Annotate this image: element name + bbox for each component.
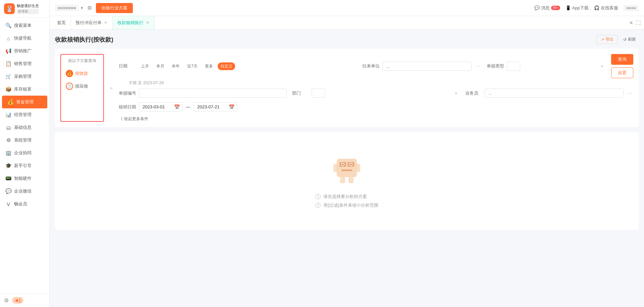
date-tag-7days[interactable]: 近7天	[184, 62, 200, 70]
sidebar-item-label-guide: 新手引导	[14, 163, 32, 169]
sidebar-item-marketing[interactable]: 📢 营销推广	[0, 45, 49, 57]
filter-option-by-receipt[interactable]: 💰 按收款	[64, 67, 101, 80]
sidebar-item-inventory[interactable]: 📦 库存核算	[0, 83, 49, 96]
tab-prepay-close-icon[interactable]: ✕	[104, 20, 108, 25]
sidebar-item-label-system: 系统管理	[14, 137, 32, 143]
date-tag-this-year[interactable]: 本年	[169, 62, 182, 70]
message-label: 消息	[541, 5, 550, 11]
sidebar-item-search[interactable]: 🔍 搜索菜单	[0, 19, 49, 32]
home-icon: ⌂	[5, 36, 11, 41]
refresh-button[interactable]: ↺ 刷新	[621, 35, 639, 44]
settings-gear-button[interactable]: ⚙	[87, 5, 92, 11]
online-service-button[interactable]: 🎧 在线客服	[594, 5, 618, 11]
empty-tip-2-text: 用[过滤]条件来缩小分析范围	[323, 201, 378, 210]
svg-rect-6	[340, 177, 345, 183]
tab-prepay-label: 预付冲应付单	[75, 20, 102, 26]
doc-number-input[interactable]	[139, 89, 287, 98]
bottom-settings-icon[interactable]: ⚙	[4, 297, 9, 304]
mobile-icon: 📱	[566, 5, 571, 10]
sidebar-item-label-sales: 销售管理	[14, 61, 32, 67]
filter-option-by-receivable[interactable]: 🕐 按应收	[64, 80, 101, 93]
tab-receipt-write-off-close-icon[interactable]: ✕	[146, 20, 150, 25]
counterparty-input[interactable]	[382, 62, 472, 71]
calendar-end-icon[interactable]: 📅	[229, 104, 234, 110]
write-off-date-field: 核销日期 📅 — 📅	[119, 102, 633, 111]
page-title: 收款核销执行(按收款)	[55, 36, 113, 44]
tab-close-button[interactable]: ✕	[629, 20, 633, 25]
sidebar-item-purchase[interactable]: 🛒 采购管理	[0, 70, 49, 83]
sidebar-item-hardware[interactable]: 📟 智能硬件	[0, 172, 49, 185]
filter-row-2: 单据编号 部门 业务员 ···	[119, 89, 633, 98]
filter-row-3: 核销日期 📅 — 📅	[119, 102, 633, 111]
filter-collapse-arrow[interactable]: »	[108, 54, 115, 122]
sidebar-nav: 🔍 搜索菜单 ⌂ 快捷导航 📢 营销推广 📋 销售管理 🛒 采购管理 📦 库存核…	[0, 18, 49, 293]
settings-query-button[interactable]: 设置	[611, 67, 633, 78]
collapse-more-row: 《 收起更多条件	[119, 116, 633, 122]
message-button[interactable]: 💬 消息 99+	[534, 5, 560, 11]
sidebar-item-enterprise[interactable]: 🏢 企业协同	[0, 147, 49, 159]
department-select[interactable]	[312, 89, 325, 98]
sidebar-item-label-purchase: 采购管理	[14, 73, 32, 80]
write-off-date-label: 核销日期	[119, 104, 136, 110]
building-icon: 🏢	[5, 150, 11, 156]
refresh-icon: ↺	[623, 37, 627, 42]
industry-solution-button[interactable]: 休验行业方案	[96, 3, 133, 13]
sidebar-item-quicknav[interactable]: ⌂ 快捷导航	[0, 32, 49, 45]
filter-sidebar-title: 按以下方案查询	[64, 58, 101, 64]
empty-tip-2: 2 用[过滤]条件来缩小分析范围	[315, 201, 378, 210]
sidebar-item-system[interactable]: ⚙ 系统管理	[0, 134, 49, 147]
sidebar-item-sales[interactable]: 📋 销售管理	[0, 57, 49, 70]
sidebar-item-label-quicknav: 快捷导航	[14, 35, 32, 41]
sidebar-collapse-button[interactable]: ◀ ‖	[12, 297, 23, 304]
tab-receipt-write-off[interactable]: 收款核销执行 ✕	[113, 16, 155, 29]
sidebar-item-label-marketing: 营销推广	[14, 48, 32, 54]
sidebar-bottom: ⚙ ◀ ‖	[0, 293, 49, 307]
tab-maximize-button[interactable]: ⛶	[636, 20, 641, 25]
calendar-start-icon[interactable]: 📅	[174, 104, 180, 110]
sidebar-item-guide[interactable]: 🎓 新手引导	[0, 159, 49, 172]
svg-rect-4	[333, 164, 337, 172]
chat-icon: 💬	[5, 188, 11, 194]
doc-type-select[interactable]	[507, 62, 520, 71]
company-selector[interactable]: ■■■■■■■ ▾	[55, 5, 83, 11]
sidebar-item-operations[interactable]: 📊 经营管理	[0, 108, 49, 121]
app-download-button[interactable]: 📱 App下载	[566, 5, 589, 11]
write-off-date-range: 📅 — 📅	[139, 102, 237, 111]
date-tag-more[interactable]: 更多	[202, 62, 216, 70]
search-icon: 🔍	[5, 22, 11, 29]
date-tag-this-month[interactable]: 本月	[154, 62, 167, 70]
headset-icon: 🎧	[594, 5, 599, 10]
export-button[interactable]: ↗ 导出	[596, 35, 618, 44]
date-tag-last-month[interactable]: 上月	[138, 62, 152, 70]
sidebar-item-finance[interactable]: 💰 资金管理	[2, 96, 47, 108]
logo-area: 🐰 畅捷通好生意 标准版	[0, 0, 49, 18]
chevron-down-icon: ▾	[81, 5, 83, 10]
logo-text-block: 畅捷通好生意 标准版	[17, 3, 39, 14]
staff-ellipsis-icon[interactable]: ···	[626, 90, 633, 96]
sidebar-item-label-inventory: 库存核算	[14, 86, 32, 92]
sidebar-item-basic[interactable]: 🗂 基础信息	[0, 121, 49, 134]
service-label: 在线客服	[601, 5, 618, 11]
top-bar-right: 💬 消息 99+ 📱 App下载 🎧 在线客服 ■■■■	[534, 5, 639, 11]
filter-sidebar: 按以下方案查询 💰 按收款 🕐 按应收	[60, 54, 104, 122]
sidebar-item-weixin[interactable]: 💬 企业微信	[0, 185, 49, 198]
message-icon: 💬	[534, 5, 540, 10]
tab-home[interactable]: 首页	[52, 16, 71, 29]
staff-input[interactable]	[485, 89, 623, 98]
write-off-date-end-wrapper: 📅	[194, 102, 237, 111]
counterparty-ellipsis-icon[interactable]: ···	[474, 63, 481, 69]
sidebar-item-label-enterprise: 企业协同	[14, 150, 32, 156]
sidebar-item-member[interactable]: V 畅会员	[0, 198, 49, 210]
sidebar: 🐰 畅捷通好生意 标准版 🔍 搜索菜单 ⌂ 快捷导航 📢 营销推广 📋 销售管理…	[0, 0, 50, 307]
date-tag-custom[interactable]: 自定义	[218, 62, 235, 70]
tab-prepay[interactable]: 预付冲应付单 ✕	[71, 16, 113, 29]
counterparty-label: 往来单位	[362, 63, 380, 69]
page-title-actions: ↗ 导出 ↺ 刷新	[596, 35, 639, 44]
query-button[interactable]: 查询	[611, 54, 633, 65]
collapse-more-button[interactable]: 《 收起更多条件	[119, 116, 148, 122]
chart-icon: 📊	[5, 112, 11, 118]
doc-type-select-wrapper	[507, 62, 606, 71]
message-badge: 99+	[551, 6, 560, 10]
sidebar-item-label-hardware: 智能硬件	[14, 175, 32, 182]
app-badge: 标准版	[17, 9, 39, 14]
